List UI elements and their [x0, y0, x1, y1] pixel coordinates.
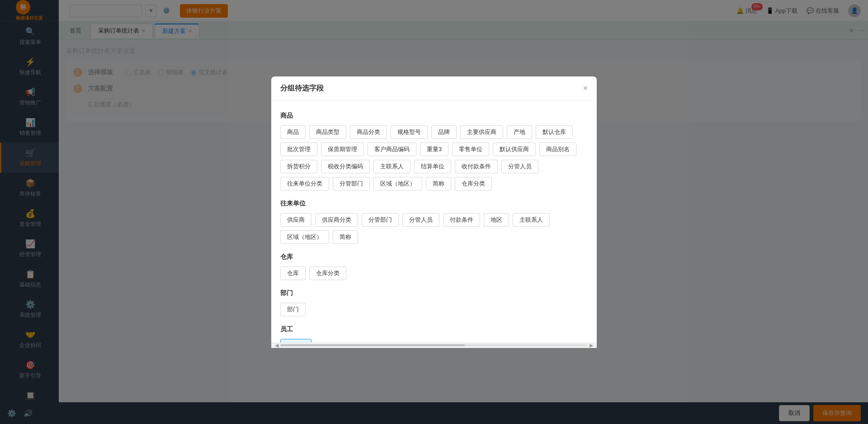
field-tag[interactable]: 付款条件: [443, 213, 480, 227]
field-tag[interactable]: 保质期管理: [321, 143, 364, 156]
field-tag[interactable]: 分管人员: [402, 213, 439, 227]
field-tag[interactable]: 税收分类编码: [321, 160, 370, 173]
field-tag[interactable]: 收付款条件: [455, 160, 498, 173]
field-tag[interactable]: 结算单位: [414, 160, 451, 173]
field-tag[interactable]: 简称: [333, 230, 358, 244]
field-tag[interactable]: 往来单位分类: [280, 177, 329, 191]
modal-horizontal-scrollbar[interactable]: ◀ ▶: [271, 343, 597, 348]
hscroll-track: [280, 344, 588, 346]
field-tag[interactable]: 分管人员: [501, 160, 538, 173]
field-tag[interactable]: 默认仓库: [536, 125, 573, 139]
hscroll-thumb: [280, 344, 465, 346]
field-tag[interactable]: 默认供应商: [493, 143, 536, 156]
section-dept-fields: 部门: [280, 303, 588, 316]
section-partner-title: 往来单位: [280, 200, 588, 208]
field-tag[interactable]: 地区: [484, 213, 509, 227]
field-tag[interactable]: 主要供应商: [460, 125, 503, 139]
field-tag[interactable]: 拆货积分: [280, 160, 317, 173]
field-tag[interactable]: 主联系人: [513, 213, 550, 227]
field-tag[interactable]: 简称: [426, 177, 451, 191]
field-tag[interactable]: 零售单位: [452, 143, 489, 156]
hscroll-left-arrow[interactable]: ◀: [273, 343, 280, 348]
hscroll-right-arrow[interactable]: ▶: [588, 343, 595, 348]
field-tag[interactable]: 分管部门: [333, 177, 370, 191]
section-partner-fields: 供应商 供应商分类 分管部门 分管人员 付款条件 地区 主联系人 区域（地区） …: [280, 213, 588, 244]
field-tag[interactable]: 仓库: [280, 267, 306, 280]
field-tag[interactable]: 区域（地区）: [280, 230, 329, 244]
field-tag[interactable]: 客户商品编码: [368, 143, 416, 156]
section-warehouse-title: 仓库: [280, 253, 588, 261]
modal-close-button[interactable]: ×: [583, 84, 588, 93]
section-employee-fields: 业务员: [280, 339, 588, 343]
modal-body[interactable]: 商品 商品 商品类型 商品分类 规格型号 品牌 主要供应商 产地 默认仓库 批次…: [271, 101, 597, 343]
field-tag[interactable]: 区域（地区）: [373, 177, 422, 191]
modal-overlay: 分组待选字段 × 商品 商品 商品类型 商品分类 规格型号 品牌 主要供应商 产…: [0, 0, 868, 424]
field-tag[interactable]: 仓库分类: [455, 177, 492, 191]
field-tag[interactable]: 商品分类: [350, 125, 387, 139]
modal-title: 分组待选字段: [280, 84, 324, 93]
section-dept-title: 部门: [280, 289, 588, 297]
field-tag-selected[interactable]: 业务员: [280, 339, 311, 343]
section-product-title: 商品: [280, 112, 588, 120]
field-tag[interactable]: 商品别名: [539, 143, 576, 156]
field-tag[interactable]: 主联系人: [373, 160, 410, 173]
field-tag[interactable]: 重量3: [420, 143, 448, 156]
field-tag[interactable]: 品牌: [431, 125, 457, 139]
modal: 分组待选字段 × 商品 商品 商品类型 商品分类 规格型号 品牌 主要供应商 产…: [271, 76, 597, 348]
field-tag[interactable]: 商品: [280, 125, 306, 139]
section-employee-title: 员工: [280, 325, 588, 333]
field-tag[interactable]: 规格型号: [391, 125, 428, 139]
field-tag[interactable]: 批次管理: [280, 143, 317, 156]
field-tag[interactable]: 供应商分类: [315, 213, 358, 227]
section-product-fields: 商品 商品类型 商品分类 规格型号 品牌 主要供应商 产地 默认仓库 批次管理 …: [280, 125, 588, 191]
field-tag[interactable]: 供应商: [280, 213, 311, 227]
field-tag[interactable]: 分管部门: [362, 213, 399, 227]
field-tag[interactable]: 仓库分类: [309, 267, 346, 280]
modal-header: 分组待选字段 ×: [271, 76, 597, 101]
field-tag[interactable]: 商品类型: [309, 125, 346, 139]
field-tag[interactable]: 产地: [507, 125, 532, 139]
field-tag[interactable]: 部门: [280, 303, 306, 316]
section-warehouse-fields: 仓库 仓库分类: [280, 267, 588, 280]
